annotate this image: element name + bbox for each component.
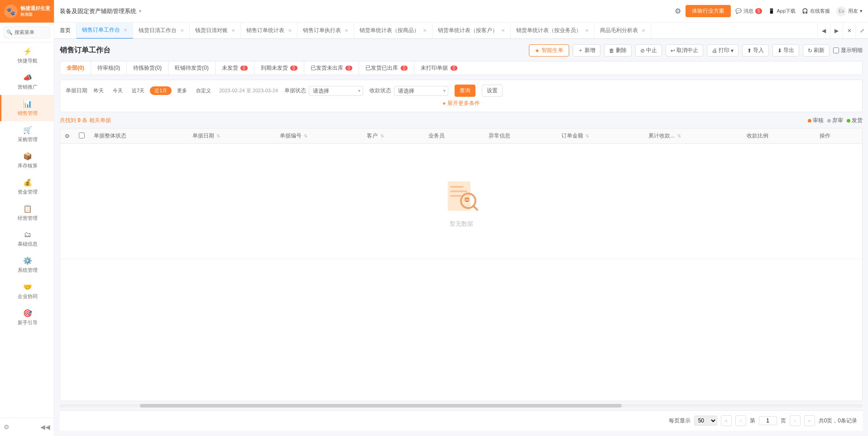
tab-product-margin[interactable]: 商品毛利分析表 ✕ [595, 23, 651, 39]
tab-sales-summary-product[interactable]: 销货单统计表（按商品） ✕ [354, 23, 432, 39]
cancel-stop-button[interactable]: ↩ 取消中止 [666, 44, 703, 57]
sidebar-item-sales[interactable]: 📊 销售管理 [0, 95, 54, 121]
messages-button[interactable]: 💬 消息 6 [735, 8, 762, 14]
tab-close-icon[interactable]: ✕ [501, 28, 505, 33]
status-filter: 单据状态 请选择 [284, 86, 363, 96]
th-settings[interactable]: ⚙ [60, 128, 74, 144]
subtab-shipped-out[interactable]: 已发货已出库 0 [359, 62, 414, 75]
date-today-btn[interactable]: 今天 [109, 86, 126, 95]
subtab-wangpu-pending[interactable]: 旺铺待发货(0) [168, 62, 216, 75]
tab-close-icon[interactable]: ✕ [423, 28, 427, 33]
date-custom-btn[interactable]: 自定义 [192, 86, 215, 95]
th-received[interactable]: 累计收款... ⇅ [644, 128, 742, 144]
date-7days-btn[interactable]: 近7天 [128, 86, 148, 95]
subtab-pending-inspect[interactable]: 待拣验货(0) [127, 62, 168, 75]
show-detail-checkbox[interactable] [833, 47, 839, 53]
tab-sales-order-workbench[interactable]: 销售订单工作台 ✕ [77, 23, 133, 39]
per-page-select[interactable]: 50 100 200 [694, 416, 717, 426]
sidebar-item-guide[interactable]: 🎯 新手引导 [0, 304, 54, 331]
subtab-expired-not-shipped[interactable]: 到期未发货 0 [254, 62, 304, 75]
unaudit-button[interactable]: 弃审 [827, 117, 843, 124]
user-menu-button[interactable]: Ea 用友 ▾ [836, 6, 863, 16]
subtab-shipped-not-out[interactable]: 已发货未出库 0 [304, 62, 360, 75]
tab-prev-button[interactable]: ◀ [817, 23, 830, 39]
th-customer[interactable]: 客户 ⇅ [362, 128, 424, 144]
export-icon: ⬇ [777, 47, 782, 54]
print-arrow-icon: ▾ [731, 47, 734, 54]
subtab-pending-review[interactable]: 待审核(0) [91, 62, 127, 75]
sidebar-item-marketing[interactable]: 📣 营销推广 [0, 69, 54, 95]
online-service-button[interactable]: 🎧 在线客服 [802, 8, 830, 14]
shipped-out-badge: 0 [401, 66, 408, 71]
print-button[interactable]: 🖨 打印 ▾ [707, 44, 739, 57]
th-amount[interactable]: 订单金额 ⇅ [557, 128, 644, 144]
tab-close-icon[interactable]: ✕ [124, 28, 127, 33]
th-date[interactable]: 单据日期 ⇅ [188, 128, 275, 144]
sidebar-item-system[interactable]: ⚙️ 系统管理 [0, 252, 54, 278]
expand-filter-button[interactable]: ▾ 展开更多条件 [66, 100, 857, 107]
horizontal-scrollbar[interactable] [60, 404, 863, 408]
svg-point-7 [465, 198, 466, 199]
sidebar-settings-icon[interactable]: ⚙ [4, 423, 10, 431]
tab-home[interactable]: 首页 [54, 23, 77, 39]
sidebar-item-basic[interactable]: 🗂 基础信息 [0, 226, 54, 252]
delete-button[interactable]: 🗑 删除 [604, 44, 632, 57]
sidebar-item-purchase[interactable]: 🛒 采购管理 [0, 121, 54, 147]
ship-button[interactable]: 发货 [847, 117, 863, 124]
tab-close-icon[interactable]: ✕ [180, 28, 184, 33]
topbar-settings-icon[interactable]: ⚙ [675, 7, 681, 15]
status-select[interactable]: 请选择 [309, 86, 363, 96]
th-number[interactable]: 单据编号 ⇅ [275, 128, 363, 144]
tab-cash-daily[interactable]: 钱货日清工作台 ✕ [133, 23, 190, 39]
import-button[interactable]: ⬆ 导入 [742, 44, 769, 57]
first-page-button[interactable]: « [721, 415, 732, 426]
payment-select[interactable]: 请选择 [394, 86, 448, 96]
tab-sales-summary-staff[interactable]: 销货单统计表（按业务员） ✕ [511, 23, 595, 39]
next-page-button[interactable]: › [790, 415, 801, 426]
date-yesterday-btn[interactable]: 昨天 [90, 86, 107, 95]
tab-close-icon[interactable]: ✕ [585, 28, 589, 33]
page-input[interactable] [759, 416, 777, 425]
filter-settings-button[interactable]: 设置 [482, 85, 503, 97]
last-page-button[interactable]: » [804, 415, 815, 426]
tab-close-icon[interactable]: ✕ [231, 28, 235, 33]
subtab-all[interactable]: 全部(0) [60, 62, 91, 75]
tab-maximize-button[interactable]: ⤢ [855, 23, 868, 39]
tab-close-icon[interactable]: ✕ [288, 28, 292, 33]
tab-close-all-button[interactable]: ✕ [843, 23, 855, 39]
sidebar-item-inventory[interactable]: 📦 库存核算 [0, 147, 54, 174]
search-menu-button[interactable]: 🔍 搜索菜单 [4, 26, 50, 38]
export-button[interactable]: ⬇ 导出 [772, 44, 799, 57]
tab-sales-exec[interactable]: 销售订单执行表 ✕ [297, 23, 354, 39]
tab-close-icon[interactable]: ✕ [345, 28, 348, 33]
subtab-not-shipped[interactable]: 未发货 0 [216, 62, 254, 75]
stop-button[interactable]: ⊘ 中止 [635, 44, 662, 57]
th-checkbox[interactable] [74, 128, 89, 144]
sidebar-item-finance[interactable]: 💰 资金管理 [0, 174, 54, 200]
tab-cash-reconcile[interactable]: 钱货日清对账 ✕ [190, 23, 241, 39]
prev-page-button[interactable]: ‹ [735, 415, 746, 426]
refresh-button[interactable]: ↻ 刷新 [803, 44, 830, 57]
sidebar-item-enterprise[interactable]: 🤝 企业协同 [0, 278, 54, 304]
subtab-not-printed[interactable]: 未打印单据 0 [414, 62, 464, 75]
date-more-btn[interactable]: 更多 [173, 86, 191, 95]
logo-text: 畅捷通好生意 [20, 5, 50, 11]
sidebar-collapse-icon[interactable]: ◀◀ [40, 423, 50, 431]
select-all-checkbox[interactable] [79, 133, 85, 138]
industry-solution-button[interactable]: 体验行业方案 [686, 5, 731, 17]
audit-button[interactable]: 审核 [808, 117, 824, 124]
tab-sales-summary-customer[interactable]: 销货单统计表（按客户） ✕ [432, 23, 511, 39]
sidebar-item-label: 采购管理 [18, 136, 38, 143]
sidebar-item-quick-nav[interactable]: ⚡ 快捷导航 [0, 43, 54, 69]
tab-next-button[interactable]: ▶ [830, 23, 843, 39]
sidebar-item-operation[interactable]: 📋 经营管理 [0, 200, 54, 226]
query-button[interactable]: 查询 [455, 85, 475, 97]
tab-sales-stats[interactable]: 销售订单统计表 ✕ [241, 23, 297, 39]
column-settings-icon[interactable]: ⚙ [65, 133, 70, 139]
tab-close-icon[interactable]: ✕ [642, 28, 645, 33]
smart-create-button[interactable]: ★ 智能生单 [529, 44, 569, 57]
app-download-button[interactable]: 📱 App下载 [768, 8, 796, 14]
add-button[interactable]: ＋ 新增 [573, 44, 600, 57]
date-1month-btn[interactable]: 近1月 [150, 86, 172, 95]
show-detail-checkbox-label[interactable]: 显示明细 [833, 47, 863, 54]
